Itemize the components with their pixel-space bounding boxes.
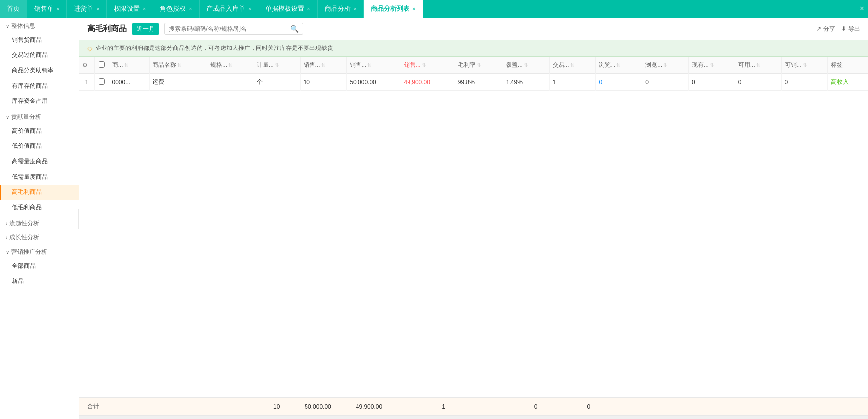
export-button[interactable]: ⬇ 导出 [841, 25, 860, 33]
search-icon[interactable]: 🔍 [290, 25, 299, 33]
sidebar-item-sales-goods-label: 销售货商品 [12, 36, 42, 43]
col-sales-amount[interactable]: 销售... ⇅ [347, 57, 401, 74]
nav-tab-role-label: 角色授权 [160, 4, 186, 13]
sidebar-group-contribution[interactable]: ∨ 贡献量分析 [0, 109, 79, 123]
nav-tab-purchase[interactable]: 进货单 × [67, 0, 106, 18]
export-icon: ⬇ [841, 25, 846, 32]
sidebar-group-trend[interactable]: › 流趋性分析 [0, 215, 79, 230]
cell-browse1-1[interactable]: 0 [596, 74, 642, 91]
cell-avail-stock-1: 0 [735, 74, 781, 91]
period-button[interactable]: 近一月 [132, 23, 159, 35]
col-cover-rate-sort: ⇅ [524, 62, 528, 68]
cell-tag-1: 高收入 [828, 74, 868, 91]
cell-sales-qty-1: 10 [300, 74, 347, 91]
col-code-label: 商... [112, 61, 123, 69]
tip-bar: ◇ 企业的主要的利润都是这部分商品创造的，可考虑加大推广，同时关注库存是不要出现… [79, 40, 868, 57]
nav-tab-product-instock-label: 产成品入库单 [206, 4, 245, 13]
col-spec[interactable]: 规格... ⇅ [207, 57, 254, 74]
col-browse2-sort: ⇅ [663, 62, 667, 68]
cell-name-1: 运费 [150, 74, 207, 91]
nav-tab-analysis-close[interactable]: × [354, 6, 357, 12]
col-name-label: 商品名称 [153, 61, 176, 69]
nav-tab-home[interactable]: 首页 [0, 0, 27, 18]
page-title: 高毛利商品 [87, 24, 127, 34]
nav-tab-permission[interactable]: 权限设置 × [107, 0, 153, 18]
col-tag[interactable]: 标签 [828, 57, 868, 74]
nav-tab-analysis-list[interactable]: 商品分析列表 × [364, 0, 423, 18]
cell-rownum-1: 1 [79, 74, 94, 91]
sidebar-group-growth[interactable]: › 成长性分析 [0, 230, 79, 244]
sidebar-item-low-demand[interactable]: 低需量度商品 [0, 169, 79, 185]
sidebar-item-new-goods-label: 新品 [12, 278, 24, 284]
data-table: ⚙ 商... ⇅ 商品名称 [79, 57, 868, 91]
horizontal-scrollbar[interactable] [79, 415, 868, 419]
col-code[interactable]: 商... ⇅ [109, 57, 150, 74]
footer-sales-profit: 49,900.00 [356, 403, 382, 410]
sidebar-group-overall[interactable]: ∨ 整体信息 [0, 18, 79, 32]
cell-unit-1: 个 [254, 74, 300, 91]
cell-saleable-stock-1: 0 [781, 74, 828, 91]
col-browse2[interactable]: 浏览... ⇅ [642, 57, 689, 74]
sidebar-item-stock-capital-label: 库存资金占用 [12, 97, 48, 104]
col-current-stock[interactable]: 现有... ⇅ [688, 57, 735, 74]
sidebar-item-all-goods[interactable]: 全部商品 [0, 258, 79, 274]
sidebar-item-high-value[interactable]: 高价值商品 [0, 123, 79, 139]
nav-tab-analysis[interactable]: 商品分析 × [318, 0, 364, 18]
nav-tab-product-instock-close[interactable]: × [248, 6, 251, 12]
select-all-checkbox[interactable] [99, 61, 105, 68]
sidebar-item-new-goods[interactable]: 新品 [0, 274, 79, 289]
nav-close-all-button[interactable]: × [860, 4, 864, 13]
nav-tab-sales-close[interactable]: × [56, 6, 59, 12]
col-sales-profit[interactable]: 销售... ⇅ [401, 57, 455, 74]
footer-sales-amount: 50,000.00 [305, 403, 331, 410]
cell-checkbox-1[interactable] [94, 74, 109, 91]
sidebar-item-low-margin-label: 低毛利商品 [12, 204, 42, 211]
collapse-icon: 《 [79, 215, 79, 222]
nav-tab-analysis-list-close[interactable]: × [412, 6, 415, 12]
col-cover-rate[interactable]: 覆盖... ⇅ [503, 57, 549, 74]
sidebar-collapse-button[interactable]: 《 [78, 209, 79, 229]
cell-trade-count-1: 1 [549, 74, 596, 91]
cell-current-stock-1: 0 [688, 74, 735, 91]
group-overall-label: 整体信息 [11, 22, 35, 30]
cell-browse2-1: 0 [642, 74, 689, 91]
group-contribution-label: 贡献量分析 [11, 113, 41, 121]
col-checkbox[interactable] [94, 57, 109, 74]
browse1-link-1[interactable]: 0 [599, 79, 602, 86]
nav-tab-template-close[interactable]: × [307, 6, 310, 12]
sidebar-item-traded-goods[interactable]: 交易过的商品 [0, 47, 79, 63]
sidebar-item-category-rate[interactable]: 商品分类助销率 [0, 63, 79, 78]
nav-tab-purchase-close[interactable]: × [96, 6, 99, 12]
nav-tab-role-close[interactable]: × [189, 6, 192, 12]
nav-tab-sales[interactable]: 销售单 × [27, 0, 67, 18]
share-button[interactable]: ↗ 分享 [817, 25, 835, 33]
row-checkbox-1[interactable] [99, 78, 105, 85]
col-sales-qty[interactable]: 销售... ⇅ [300, 57, 347, 74]
nav-tab-role[interactable]: 角色授权 × [153, 0, 199, 18]
sidebar-item-high-margin[interactable]: 高毛利商品 [0, 185, 79, 200]
col-settings[interactable]: ⚙ [79, 57, 94, 74]
col-avail-stock-label: 可用... [738, 61, 755, 69]
sidebar-item-all-goods-label: 全部商品 [12, 262, 36, 269]
nav-tab-analysis-list-label: 商品分析列表 [371, 4, 409, 13]
search-input[interactable] [169, 25, 290, 32]
col-browse1[interactable]: 浏览... ⇅ [596, 57, 642, 74]
sidebar-item-with-stock[interactable]: 有库存的商品 [0, 78, 79, 93]
col-gross-rate[interactable]: 毛利率 ⇅ [455, 57, 503, 74]
col-name[interactable]: 商品名称 ⇅ [150, 57, 207, 74]
col-saleable-stock[interactable]: 可销... ⇅ [781, 57, 828, 74]
content-area: 高毛利商品 近一月 🔍 ↗ 分享 ⬇ 导出 ◇ 企业的主要的利润都是这部分商品创… [79, 18, 868, 419]
nav-tab-template[interactable]: 单据模板设置 × [258, 0, 317, 18]
col-unit[interactable]: 计量... ⇅ [254, 57, 300, 74]
nav-tab-product-instock[interactable]: 产成品入库单 × [200, 0, 258, 18]
col-trade-count[interactable]: 交易... ⇅ [549, 57, 596, 74]
sidebar-item-stock-capital[interactable]: 库存资金占用 [0, 93, 79, 109]
sidebar-item-low-margin[interactable]: 低毛利商品 [0, 200, 79, 215]
sidebar-item-high-demand[interactable]: 高需量度商品 [0, 154, 79, 169]
sidebar-item-low-value[interactable]: 低价值商品 [0, 139, 79, 154]
nav-tab-permission-close[interactable]: × [143, 6, 146, 12]
sidebar-item-sales-goods[interactable]: 销售货商品 [0, 32, 79, 47]
sidebar-group-marketing[interactable]: ∨ 营销推广分析 [0, 244, 79, 258]
col-avail-stock[interactable]: 可用... ⇅ [735, 57, 781, 74]
footer-trade-count: 1 [442, 403, 445, 410]
